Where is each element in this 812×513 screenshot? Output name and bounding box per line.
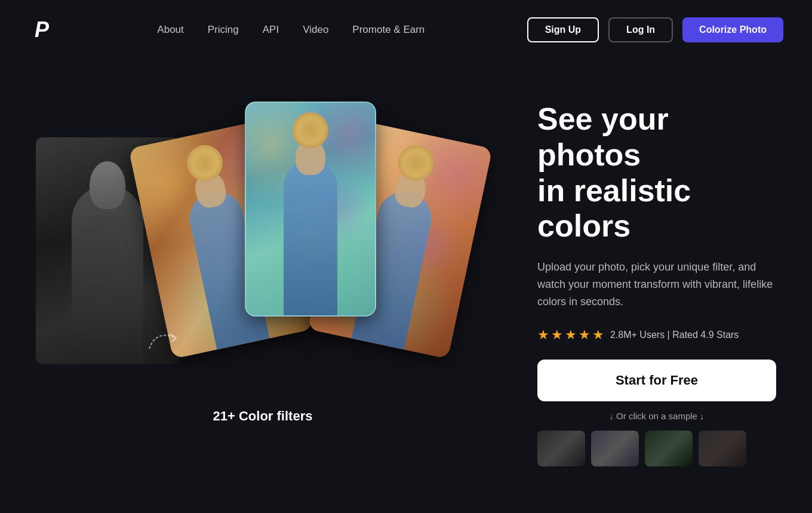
card-center bbox=[245, 102, 376, 317]
hero-section: 21+ Color filters See your photos in rea… bbox=[0, 60, 812, 502]
sample-thumbnails bbox=[537, 431, 776, 466]
hero-headline: See your photos in realistic colors bbox=[537, 102, 776, 244]
nav-video[interactable]: Video bbox=[303, 24, 328, 35]
nav-pricing[interactable]: Pricing bbox=[208, 24, 239, 35]
sample-hint: ↓ Or click on a sample ↓ bbox=[537, 411, 776, 421]
sample-thumb-3[interactable] bbox=[645, 431, 693, 466]
nav-links: About Pricing API Video Promote & Earn bbox=[157, 24, 425, 36]
nav-api[interactable]: API bbox=[263, 24, 279, 35]
nav-actions: Sign Up Log In Colorize Photo bbox=[527, 17, 783, 42]
colorize-button[interactable]: Colorize Photo bbox=[682, 17, 783, 42]
star-2: ★ bbox=[551, 327, 563, 343]
figure-silhouette-bw bbox=[72, 185, 143, 364]
cards-fan bbox=[137, 84, 484, 430]
arrow-annotation bbox=[143, 325, 185, 358]
star-rating: ★ ★ ★ ★ ★ bbox=[537, 327, 604, 343]
logo[interactable]: P bbox=[29, 17, 55, 43]
trusted-section: Trusted in productions for: H B B C bbox=[0, 502, 812, 513]
logo-letter: P bbox=[35, 19, 49, 41]
photo-showcase: 21+ Color filters bbox=[36, 84, 490, 454]
hero-subtext: Upload your photo, pick your unique filt… bbox=[537, 259, 776, 310]
star-4: ★ bbox=[579, 327, 590, 343]
rating-row: ★ ★ ★ ★ ★ 2.8M+ Users | Rated 4.9 Stars bbox=[537, 327, 776, 343]
star-1: ★ bbox=[537, 327, 549, 343]
cta-section: See your photos in realistic colors Uplo… bbox=[537, 84, 776, 466]
star-3: ★ bbox=[565, 327, 577, 343]
navbar: P About Pricing API Video Promote & Earn… bbox=[0, 0, 812, 60]
rating-text: 2.8M+ Users | Rated 4.9 Stars bbox=[610, 330, 739, 340]
star-5: ★ bbox=[592, 327, 604, 343]
sample-thumb-1[interactable] bbox=[537, 431, 585, 466]
filters-label: 21+ Color filters bbox=[213, 408, 313, 424]
login-button[interactable]: Log In bbox=[608, 17, 673, 42]
nav-about[interactable]: About bbox=[157, 24, 183, 35]
figure-color-center bbox=[284, 160, 337, 315]
sample-thumb-2[interactable] bbox=[591, 431, 639, 466]
sample-thumb-4[interactable] bbox=[699, 431, 746, 466]
signup-button[interactable]: Sign Up bbox=[527, 17, 599, 42]
nav-promote[interactable]: Promote & Earn bbox=[352, 24, 425, 35]
start-free-button[interactable]: Start for Free bbox=[537, 360, 776, 401]
